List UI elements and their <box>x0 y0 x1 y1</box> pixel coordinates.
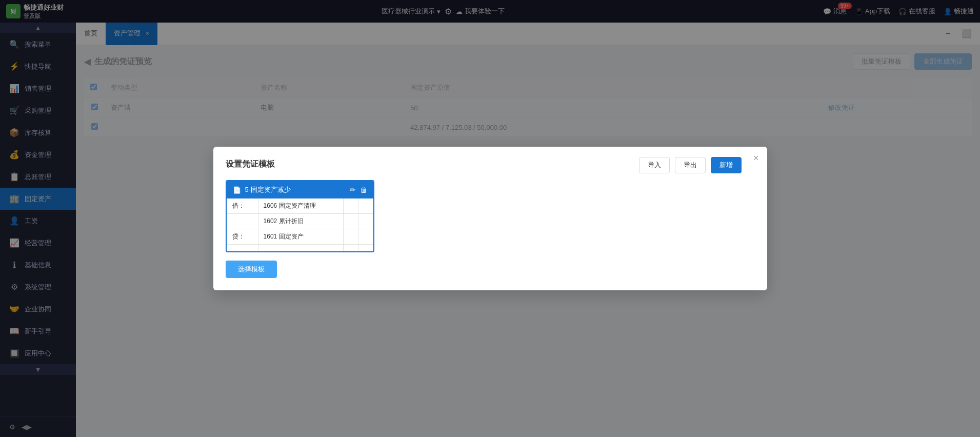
template-row <box>227 245 373 251</box>
template-row: 借： 1606 固定资产清理 <box>227 198 373 214</box>
modal-close-button[interactable]: × <box>753 153 759 164</box>
template-edit-icon[interactable]: ✏ <box>350 186 356 194</box>
select-template-button[interactable]: 选择模板 <box>226 261 277 278</box>
modal-dialog: 设置凭证模板 导入 导出 新增 × 📄 5-固定资产减少 <box>213 147 767 290</box>
template-delete-icon[interactable]: 🗑 <box>360 186 367 194</box>
template-cell-col3 <box>344 214 358 229</box>
template-cell-type: 贷： <box>227 229 258 245</box>
template-cell-type <box>227 214 258 229</box>
template-row: 1602 累计折旧 <box>227 214 373 229</box>
template-name: 5-固定资产减少 <box>245 185 291 194</box>
template-row: 贷： 1601 固定资产 <box>227 229 373 245</box>
modal-overlay: 设置凭证模板 导入 导出 新增 × 📄 5-固定资产减少 <box>76 23 980 437</box>
template-cell-col4 <box>358 214 373 229</box>
template-cell-empty3 <box>344 245 358 251</box>
template-cell-col3 <box>344 229 358 245</box>
content-area: 首页 资产管理 × − ⬜ ◀ 生成的凭证预览 <box>76 23 980 437</box>
template-cell-type: 借： <box>227 198 258 214</box>
template-cell-col3 <box>344 198 358 214</box>
template-cell-account: 1606 固定资产清理 <box>258 198 344 214</box>
template-cell-col4 <box>358 229 373 245</box>
modal-actions: 导入 导出 新增 <box>639 157 742 173</box>
import-button[interactable]: 导入 <box>639 157 670 173</box>
template-card: 📄 5-固定资产减少 ✏ 🗑 借： <box>226 180 374 252</box>
main-layout: ▲ 🔍 搜索菜单 ⚡ 快捷导航 📊 销售管理 🛒 采购管理 📦 库存核算 <box>0 23 980 437</box>
new-button[interactable]: 新增 <box>711 157 742 173</box>
template-doc-icon: 📄 <box>233 186 241 194</box>
template-table: 借： 1606 固定资产清理 1602 累计折旧 <box>227 198 373 251</box>
template-card-header-right: ✏ 🗑 <box>350 186 367 194</box>
template-cell-account: 1602 累计折旧 <box>258 214 344 229</box>
template-cell-empty2 <box>258 245 344 251</box>
template-cell-col4 <box>358 198 373 214</box>
template-card-header: 📄 5-固定资产减少 ✏ 🗑 <box>227 181 373 198</box>
template-cell-empty <box>227 245 258 251</box>
export-button[interactable]: 导出 <box>675 157 706 173</box>
app-container: 财 畅捷通好业财 普及版 医疗器械行业演示 ▾ ⚙ ☁ 我要体验一下 💬 消息 <box>0 0 980 437</box>
template-cell-empty4 <box>358 245 373 251</box>
template-card-header-left: 📄 5-固定资产减少 <box>233 185 291 194</box>
template-cell-account: 1601 固定资产 <box>258 229 344 245</box>
